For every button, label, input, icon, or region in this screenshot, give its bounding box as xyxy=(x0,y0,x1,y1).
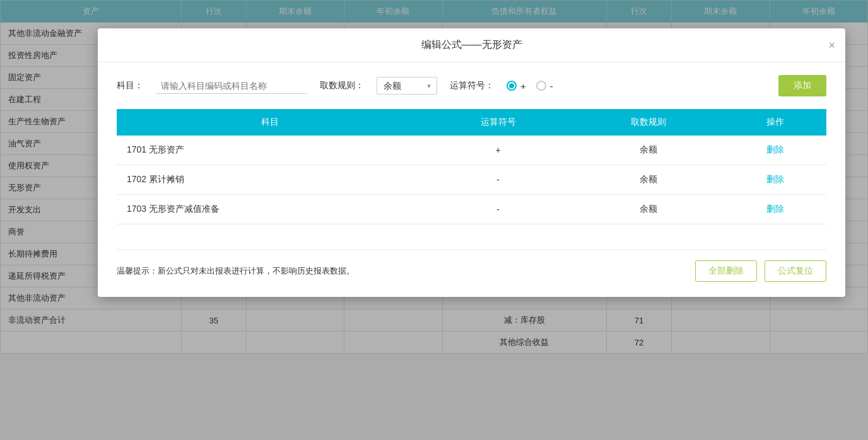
formula-form: 科目： 取数规则： 余额 借方 贷方 借方累计 贷方累计 ▼ 运算符号： + xyxy=(117,75,826,96)
subject-label: 科目： xyxy=(117,80,143,91)
row1-delete-link[interactable]: 删除 xyxy=(766,144,784,154)
row1-rule: 余额 xyxy=(573,136,724,165)
add-button[interactable]: 添加 xyxy=(778,75,826,96)
row1-operator: + xyxy=(423,136,573,165)
row2-delete-cell: 删除 xyxy=(724,165,826,195)
edit-formula-modal: 编辑公式——无形资产 × 科目： 取数规则： 余额 借方 贷方 借方累计 贷方累… xyxy=(98,28,845,297)
modal-title: 编辑公式——无形资产 xyxy=(421,38,522,52)
table-row: 1701 无形资产 + 余额 删除 xyxy=(117,136,826,165)
radio-minus[interactable]: - xyxy=(536,81,553,91)
table-header-row: 科目 运算符号 取数规则 操作 xyxy=(117,109,826,136)
row3-delete-cell: 删除 xyxy=(724,195,826,224)
delete-all-button[interactable]: 全部删除 xyxy=(695,260,757,282)
hint-text: 温馨提示：新公式只对未出报表进行计算，不影响历史报表数据。 xyxy=(117,265,355,277)
modal-body: 科目： 取数规则： 余额 借方 贷方 借方累计 贷方累计 ▼ 运算符号： + xyxy=(98,62,845,250)
footer-divider xyxy=(117,250,826,250)
row3-delete-link[interactable]: 删除 xyxy=(766,204,784,214)
row2-delete-link[interactable]: 删除 xyxy=(766,174,784,184)
rule-select[interactable]: 余额 借方 贷方 借方累计 贷方累计 xyxy=(377,77,437,95)
row3-operator: - xyxy=(423,195,573,224)
formula-table: 科目 运算符号 取数规则 操作 1701 无形资产 + 余额 删除 1702 累… xyxy=(117,109,826,224)
operator-radio-group: + - xyxy=(507,81,553,91)
footer-buttons: 全部删除 公式复位 xyxy=(695,260,826,282)
radio-plus[interactable]: + xyxy=(507,81,526,91)
rule-label: 取数规则： xyxy=(320,80,364,91)
radio-minus-circle xyxy=(536,81,546,91)
table-row: 1702 累计摊销 - 余额 删除 xyxy=(117,165,826,195)
rule-select-wrapper: 余额 借方 贷方 借方累计 贷方累计 ▼ xyxy=(377,77,437,95)
radio-minus-label: - xyxy=(550,81,553,91)
close-button[interactable]: × xyxy=(828,40,835,51)
radio-plus-circle xyxy=(507,81,517,91)
table-row: 1703 无形资产减值准备 - 余额 删除 xyxy=(117,195,826,224)
col-action: 操作 xyxy=(724,109,826,136)
col-operator: 运算符号 xyxy=(423,109,573,136)
row1-delete-cell: 删除 xyxy=(724,136,826,165)
subject-input[interactable] xyxy=(156,78,307,94)
modal-footer: 温馨提示：新公式只对未出报表进行计算，不影响历史报表数据。 全部删除 公式复位 xyxy=(98,260,845,282)
modal-header: 编辑公式——无形资产 × xyxy=(98,28,845,62)
reset-formula-button[interactable]: 公式复位 xyxy=(765,260,826,282)
row1-subject: 1701 无形资产 xyxy=(117,136,423,165)
operator-label: 运算符号： xyxy=(450,80,494,91)
row2-subject: 1702 累计摊销 xyxy=(117,165,423,195)
col-rule: 取数规则 xyxy=(573,109,724,136)
radio-plus-label: + xyxy=(520,81,526,91)
row3-subject: 1703 无形资产减值准备 xyxy=(117,195,423,224)
row2-rule: 余额 xyxy=(573,165,724,195)
col-subject: 科目 xyxy=(117,109,423,136)
row2-operator: - xyxy=(423,165,573,195)
row3-rule: 余额 xyxy=(573,195,724,224)
